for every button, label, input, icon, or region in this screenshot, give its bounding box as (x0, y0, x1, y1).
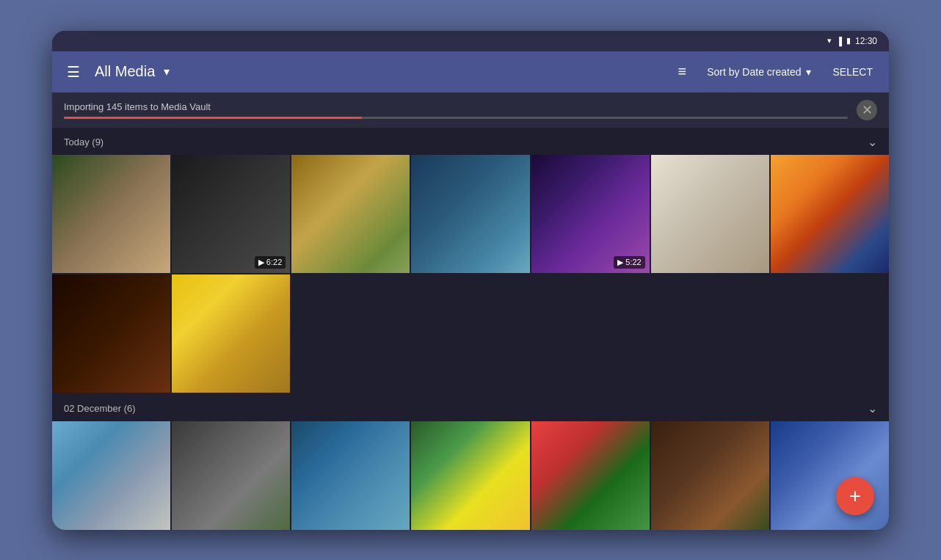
duration-text: 6:22 (266, 258, 282, 266)
media-thumbnail (771, 155, 889, 273)
media-item[interactable] (291, 421, 410, 530)
video-duration-badge: ▶ 5:22 (614, 256, 644, 269)
media-thumbnail (651, 155, 769, 273)
section-title-december: 02 December (6) (64, 403, 136, 414)
media-thumbnail (531, 155, 650, 273)
signal-icon: ▐ (836, 37, 842, 46)
media-thumbnail (172, 421, 290, 530)
import-content: Importing 145 items to Media Vault (64, 101, 848, 119)
import-bar: Importing 145 items to Media Vault ✕ (52, 92, 889, 128)
media-item[interactable]: ▶ 6:22 (172, 155, 290, 273)
select-button[interactable]: SELECT (826, 62, 880, 82)
sort-button[interactable]: Sort by Date created ▾ (701, 62, 816, 82)
sort-dropdown-icon: ▾ (806, 66, 811, 78)
media-grid-december (52, 421, 889, 530)
list-view-icon[interactable]: ≡ (672, 57, 692, 86)
media-thumbnail (52, 421, 170, 530)
media-item[interactable] (771, 421, 889, 530)
media-item[interactable] (411, 155, 529, 273)
media-item[interactable] (172, 274, 290, 393)
import-text: Importing 145 items to Media Vault (64, 101, 848, 112)
section-title-today: Today (9) (64, 137, 103, 148)
add-media-fab[interactable]: + (836, 477, 874, 515)
section-chevron-december: ⌄ (868, 401, 877, 415)
media-thumbnail (172, 155, 290, 273)
media-thumbnail (651, 421, 769, 530)
play-icon: ▶ (617, 258, 623, 267)
media-thumbnail (52, 155, 170, 273)
page-title: All Media (95, 63, 155, 80)
import-close-button[interactable]: ✕ (857, 100, 877, 120)
media-thumbnail (52, 274, 170, 393)
media-thumbnail (531, 421, 650, 530)
status-bar: ▾ ▐ ▮ 12:30 (52, 31, 889, 51)
media-item[interactable]: ▶ 5:22 (531, 155, 650, 273)
media-thumbnail (411, 421, 529, 530)
battery-icon: ▮ (846, 36, 851, 46)
duration-text: 5:22 (625, 258, 641, 266)
media-item[interactable] (172, 421, 290, 530)
section-header-december[interactable]: 02 December (6) ⌄ (52, 394, 889, 421)
media-item[interactable] (531, 421, 650, 530)
progress-fill (64, 117, 362, 119)
wifi-icon: ▾ (827, 36, 832, 46)
media-item[interactable] (651, 155, 769, 273)
media-grid-today: ▶ 6:22 ▶ 5:22 (52, 155, 889, 394)
media-item[interactable] (52, 274, 170, 393)
sort-label: Sort by Date created (707, 66, 801, 78)
media-item[interactable] (651, 421, 769, 530)
media-thumbnail (771, 421, 889, 530)
media-item[interactable] (291, 155, 410, 273)
media-item[interactable] (52, 155, 170, 273)
media-thumbnail (411, 155, 529, 273)
progress-track (64, 117, 848, 119)
media-thumbnail (291, 421, 410, 530)
media-item[interactable] (52, 421, 170, 530)
title-dropdown-icon[interactable]: ▾ (164, 65, 170, 79)
section-chevron-today: ⌄ (868, 135, 877, 149)
section-header-today[interactable]: Today (9) ⌄ (52, 128, 889, 155)
menu-icon[interactable]: ☰ (61, 57, 86, 87)
toolbar: ☰ All Media ▾ ≡ Sort by Date created ▾ S… (52, 51, 889, 92)
media-thumbnail (291, 155, 410, 273)
content-area: Today (9) ⌄ ▶ 6:22 (52, 128, 889, 530)
media-thumbnail (172, 274, 290, 393)
media-item[interactable] (411, 421, 529, 530)
status-time: 12:30 (855, 36, 877, 46)
play-icon: ▶ (258, 258, 264, 267)
video-duration-badge: ▶ 6:22 (255, 256, 286, 269)
media-item[interactable] (771, 155, 889, 273)
